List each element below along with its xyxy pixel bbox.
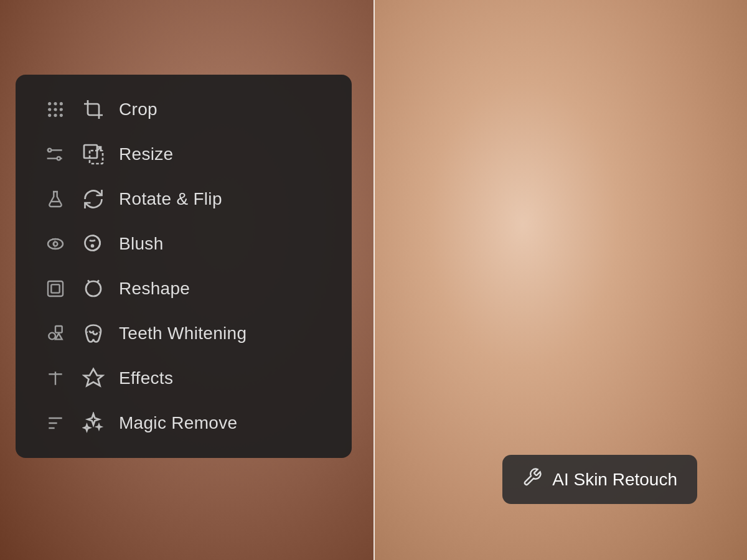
svg-rect-29 bbox=[55, 326, 62, 333]
sidebar-item-magic-remove[interactable]: Magic Remove bbox=[16, 401, 352, 446]
reshape-label: Reshape bbox=[119, 279, 190, 299]
svg-point-28 bbox=[49, 333, 55, 340]
resize-icon bbox=[78, 143, 109, 166]
svg-point-1 bbox=[54, 103, 56, 105]
crop-label: Crop bbox=[119, 100, 157, 119]
ai-retouch-icon bbox=[522, 467, 542, 492]
svg-point-19 bbox=[54, 242, 58, 246]
svg-line-26 bbox=[88, 281, 90, 282]
svg-point-6 bbox=[49, 114, 50, 116]
sidebar-item-crop[interactable]: Crop bbox=[16, 87, 352, 132]
ai-badge-label: AI Skin Retouch bbox=[552, 470, 677, 490]
svg-rect-25 bbox=[51, 284, 59, 292]
magic-remove-label: Magic Remove bbox=[119, 413, 237, 433]
sidebar-item-rotate-flip[interactable]: Rotate & Flip bbox=[16, 177, 352, 222]
blush-icon bbox=[78, 233, 109, 255]
magic-icon bbox=[78, 412, 109, 434]
svg-rect-16 bbox=[90, 151, 103, 164]
sidebar-panel: Crop Resize bbox=[16, 75, 352, 458]
sidebar-item-blush[interactable]: Blush bbox=[16, 222, 352, 266]
sliders-icon bbox=[33, 144, 78, 164]
split-divider bbox=[374, 0, 375, 560]
square-icon bbox=[33, 279, 78, 299]
effects-label: Effects bbox=[119, 368, 173, 388]
sidebar-item-effects[interactable]: Effects bbox=[16, 356, 352, 401]
svg-point-7 bbox=[54, 114, 56, 116]
text-t-icon bbox=[33, 368, 78, 388]
teeth-icon bbox=[78, 322, 109, 345]
sidebar-item-reshape[interactable]: Reshape bbox=[16, 266, 352, 311]
svg-point-3 bbox=[49, 108, 50, 110]
grid-icon bbox=[33, 100, 78, 119]
blush-label: Blush bbox=[119, 234, 164, 254]
rotate-icon bbox=[78, 188, 109, 210]
svg-point-12 bbox=[57, 157, 60, 160]
svg-point-8 bbox=[60, 114, 62, 116]
effects-icon bbox=[78, 367, 109, 390]
crop-icon bbox=[78, 98, 109, 121]
eye-icon bbox=[33, 234, 78, 254]
sidebar-item-teeth-whitening[interactable]: Teeth Whitening bbox=[16, 311, 352, 356]
sidebar-item-resize[interactable]: Resize bbox=[16, 132, 352, 177]
svg-point-0 bbox=[49, 103, 50, 105]
flask-icon bbox=[33, 189, 78, 209]
svg-point-23 bbox=[92, 245, 93, 247]
svg-rect-15 bbox=[84, 145, 97, 158]
rotate-flip-label: Rotate & Flip bbox=[119, 189, 222, 209]
shapes-icon bbox=[33, 324, 78, 343]
svg-point-2 bbox=[60, 103, 62, 105]
svg-point-5 bbox=[60, 108, 62, 110]
svg-line-27 bbox=[97, 281, 99, 282]
ai-skin-retouch-badge[interactable]: AI Skin Retouch bbox=[502, 455, 697, 504]
svg-rect-24 bbox=[48, 281, 63, 296]
teeth-whitening-label: Teeth Whitening bbox=[119, 324, 247, 343]
svg-point-4 bbox=[54, 108, 56, 110]
svg-point-18 bbox=[48, 239, 63, 249]
resize-label: Resize bbox=[119, 144, 173, 164]
text-icon-2 bbox=[33, 413, 78, 433]
reshape-icon bbox=[78, 278, 109, 300]
